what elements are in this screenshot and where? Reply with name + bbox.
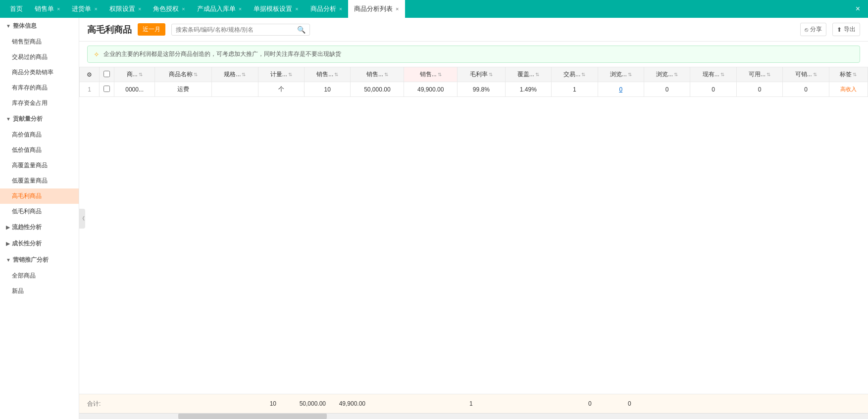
info-text: 企业的主要的利润都是这部分商品创造的，可考虑加大推广，同时关注库存是不要出现缺货 [103, 50, 341, 58]
footer-stock-current: 0 [570, 398, 610, 409]
sidebar-item-traded-products[interactable]: 交易过的商品 [0, 49, 79, 65]
nav-template-settings-close[interactable]: × [295, 6, 298, 12]
close-all-button[interactable]: × [852, 4, 864, 13]
sidebar-group-contribution[interactable]: ▼ 贡献量分析 [0, 111, 79, 127]
col-sales-cost[interactable]: 销售... ⇅ [404, 67, 458, 82]
sidebar-item-category-assist-rate[interactable]: 商品分类助销率 [0, 65, 79, 80]
nav-product-analysis-close[interactable]: × [339, 6, 342, 12]
sidebar-item-high-value[interactable]: 高价值商品 [0, 127, 79, 142]
nav-sales-close[interactable]: × [57, 6, 60, 12]
search-icon[interactable]: 🔍 [297, 26, 306, 34]
col-views2[interactable]: 浏览... ⇅ [644, 67, 690, 82]
export-button[interactable]: ⬆ 导出 [832, 23, 860, 36]
col-sales-qty-sort: ⇅ [334, 72, 338, 77]
footer-spacer-1 [104, 402, 223, 406]
contribution-arrow: ▼ [6, 116, 11, 122]
col-stock-current-sort: ⇅ [720, 72, 724, 77]
nav-permissions[interactable]: 权限设置 × [103, 0, 147, 18]
col-views1[interactable]: 浏览... ⇅ [598, 67, 644, 82]
overview-arrow: ▼ [6, 23, 11, 29]
sidebar-collapse-button[interactable]: 《 [79, 209, 85, 229]
sidebar-group-marketing[interactable]: ▼ 营销推广分析 [0, 252, 79, 268]
scrollbar-thumb[interactable] [178, 414, 327, 419]
nav-finished-goods[interactable]: 产成品入库单 × [191, 0, 248, 18]
sidebar-item-stock-capital[interactable]: 库存资金占用 [0, 95, 79, 111]
col-gross-margin[interactable]: 毛利率 ⇅ [458, 67, 505, 82]
sidebar-group-trend[interactable]: ▶ 流趋性分析 [0, 219, 79, 235]
sidebar-item-in-stock[interactable]: 有库存的商品 [0, 80, 79, 95]
nav-permissions-close[interactable]: × [138, 6, 141, 12]
nav-purchase[interactable]: 进货单 × [66, 0, 103, 18]
share-button[interactable]: ⎋ 分享 [800, 23, 826, 36]
page-title: 高毛利商品 [87, 24, 132, 36]
col-views1-sort: ⇅ [628, 72, 632, 77]
col-transactions[interactable]: 交易... ⇅ [552, 67, 598, 82]
top-nav: 首页 销售单 × 进货单 × 权限设置 × 角色授权 × 产成品入库单 × 单据… [0, 0, 868, 18]
cell-checkbox[interactable] [100, 82, 114, 97]
search-input[interactable] [176, 26, 297, 33]
sidebar-item-high-coverage[interactable]: 高覆盖量商品 [0, 158, 79, 173]
col-checkbox[interactable] [100, 67, 114, 82]
cell-coverage: 1.49% [505, 82, 551, 97]
nav-product-analysis[interactable]: 商品分析 × [305, 0, 348, 18]
sidebar-item-high-margin[interactable]: 高毛利商品 [0, 188, 79, 204]
col-unit[interactable]: 计量... ⇅ [258, 67, 304, 82]
row-checkbox[interactable] [103, 86, 110, 92]
nav-purchase-close[interactable]: × [94, 6, 97, 12]
share-icon: ⎋ [805, 26, 808, 33]
col-stock-available[interactable]: 可用... ⇅ [736, 67, 782, 82]
col-coverage[interactable]: 覆盖... ⇅ [505, 67, 551, 82]
sidebar-item-low-coverage[interactable]: 低覆盖量商品 [0, 173, 79, 188]
nav-roles[interactable]: 角色授权 × [147, 0, 191, 18]
nav-finished-goods-close[interactable]: × [239, 6, 242, 12]
col-settings[interactable]: ⚙ [80, 67, 100, 82]
cell-unit: 个 [258, 82, 304, 97]
col-sales-amount[interactable]: 销售... ⇅ [351, 67, 404, 82]
footer-transactions: 1 [451, 398, 491, 409]
sidebar-group-growth[interactable]: ▶ 成长性分析 [0, 235, 79, 252]
nav-sales[interactable]: 销售单 × [29, 0, 66, 18]
marketing-arrow: ▼ [6, 257, 11, 263]
table-wrapper[interactable]: ⚙ 商... ⇅ 商品名称 [79, 67, 868, 394]
cell-name: 运费 [155, 82, 212, 97]
nav-template-settings[interactable]: 单据模板设置 × [248, 0, 304, 18]
col-sales-qty[interactable]: 销售... ⇅ [305, 67, 351, 82]
col-stock-salable-sort: ⇅ [813, 72, 817, 77]
cell-views2: 0 [644, 82, 690, 97]
sidebar-item-low-margin[interactable]: 低毛利商品 [0, 204, 79, 219]
cell-stock-available: 0 [736, 82, 782, 97]
horizontal-scrollbar[interactable] [79, 413, 868, 419]
footer-stock-available: 0 [610, 398, 649, 409]
footer-sales-amount: 50,000.00 [293, 398, 332, 409]
table-footer: 合计: 10 50,000.00 49,900.00 1 0 0 [79, 394, 868, 413]
nav-product-analysis-list[interactable]: 商品分析列表 × [348, 0, 405, 18]
col-sales-cost-sort: ⇅ [438, 72, 442, 77]
col-stock-current[interactable]: 现有... ⇅ [690, 67, 736, 82]
col-spec[interactable]: 规格... ⇅ [212, 67, 258, 82]
col-tag[interactable]: 标签 ⇅ [829, 67, 868, 82]
sidebar: ▼ 整体信息 销售型商品 交易过的商品 商品分类助销率 有库存的商品 库存资金占… [0, 18, 79, 419]
nav-home[interactable]: 首页 [4, 0, 29, 18]
footer-spacer-2 [223, 402, 253, 406]
col-code-sort: ⇅ [139, 72, 143, 77]
sidebar-item-all-products[interactable]: 全部商品 [0, 268, 79, 283]
col-stock-salable[interactable]: 可销... ⇅ [783, 67, 829, 82]
nav-product-analysis-list-close[interactable]: × [396, 6, 399, 12]
nav-roles-close[interactable]: × [182, 6, 185, 12]
cell-views1[interactable]: 0 [598, 82, 644, 97]
col-views2-sort: ⇅ [674, 72, 678, 77]
sidebar-item-new-products[interactable]: 新品 [0, 283, 79, 299]
footer-sales-qty: 10 [253, 398, 293, 409]
sidebar-group-overview[interactable]: ▼ 整体信息 [0, 18, 79, 34]
sidebar-item-sales-products[interactable]: 销售型商品 [0, 34, 79, 49]
filter-button[interactable]: 近一月 [138, 23, 165, 36]
col-code[interactable]: 商... ⇅ [114, 67, 155, 82]
col-name[interactable]: 商品名称 ⇅ [155, 67, 212, 82]
cell-stock-current: 0 [690, 82, 736, 97]
footer-spacer-3 [372, 402, 411, 406]
table-header-row: ⚙ 商... ⇅ 商品名称 [80, 67, 868, 82]
sidebar-item-low-value[interactable]: 低价值商品 [0, 142, 79, 158]
col-stock-available-sort: ⇅ [766, 72, 770, 77]
select-all-checkbox[interactable] [103, 71, 110, 77]
col-gross-margin-sort: ⇅ [489, 72, 493, 77]
